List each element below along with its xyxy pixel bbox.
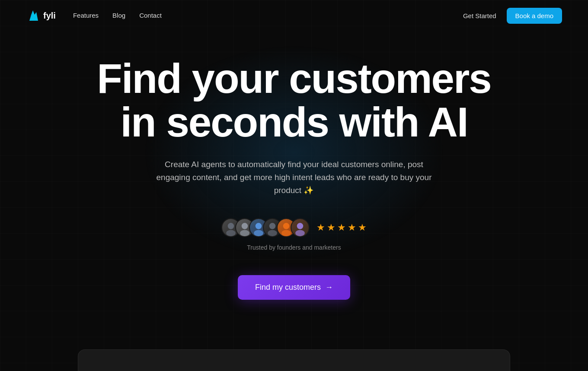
- svg-point-5: [240, 230, 249, 236]
- bottom-card-preview: [78, 349, 510, 371]
- avatar: [291, 218, 310, 237]
- nav-links: Features Blog Contact: [73, 12, 162, 19]
- trusted-text: Trusted by founders and marketers: [247, 244, 341, 251]
- cta-arrow-icon: →: [325, 283, 333, 292]
- cta-label: Find my customers: [255, 283, 321, 292]
- star-rating: ★ ★ ★ ★ ★: [316, 222, 367, 233]
- svg-point-7: [254, 230, 263, 236]
- nav-blog-link[interactable]: Blog: [112, 12, 125, 19]
- hero-title-line1: Find your customers: [97, 55, 491, 101]
- svg-point-2: [228, 223, 234, 229]
- book-demo-button[interactable]: Book a demo: [507, 8, 562, 24]
- star-3: ★: [337, 222, 346, 233]
- logo-icon: [26, 9, 40, 22]
- navbar-left: fyli Features Blog Contact: [26, 9, 162, 22]
- svg-marker-0: [29, 10, 38, 21]
- logo-link[interactable]: fyli: [26, 9, 56, 22]
- svg-point-13: [295, 230, 305, 236]
- nav-item-blog[interactable]: Blog: [112, 12, 125, 19]
- svg-point-12: [297, 223, 304, 229]
- svg-point-11: [281, 230, 291, 236]
- social-proof: ★ ★ ★ ★ ★: [221, 218, 367, 237]
- svg-point-3: [226, 230, 236, 236]
- nav-item-contact[interactable]: Contact: [139, 12, 162, 19]
- cta-button[interactable]: Find my customers →: [238, 275, 350, 300]
- svg-point-4: [242, 223, 248, 229]
- hero-title-line2: in seconds with AI: [120, 99, 467, 145]
- star-4: ★: [348, 222, 356, 233]
- svg-point-6: [256, 223, 262, 229]
- star-2: ★: [327, 222, 336, 233]
- get-started-link[interactable]: Get Started: [463, 12, 496, 19]
- svg-point-10: [283, 223, 290, 229]
- navbar: fyli Features Blog Contact Get Started B…: [0, 0, 588, 31]
- svg-point-9: [268, 230, 277, 236]
- nav-contact-link[interactable]: Contact: [139, 12, 162, 19]
- logo-text: fyli: [43, 11, 56, 21]
- star-1: ★: [316, 222, 325, 233]
- navbar-right: Get Started Book a demo: [463, 8, 562, 24]
- nav-features-link[interactable]: Features: [73, 12, 99, 19]
- svg-point-8: [269, 223, 276, 229]
- hero-title: Find your customers in seconds with AI: [97, 57, 491, 144]
- hero-section: Find your customers in seconds with AI C…: [0, 31, 588, 317]
- star-5: ★: [358, 222, 367, 233]
- hero-subtitle: Create AI agents to automatically find y…: [156, 158, 432, 197]
- nav-item-features[interactable]: Features: [73, 12, 99, 19]
- avatar-stack: [221, 218, 310, 237]
